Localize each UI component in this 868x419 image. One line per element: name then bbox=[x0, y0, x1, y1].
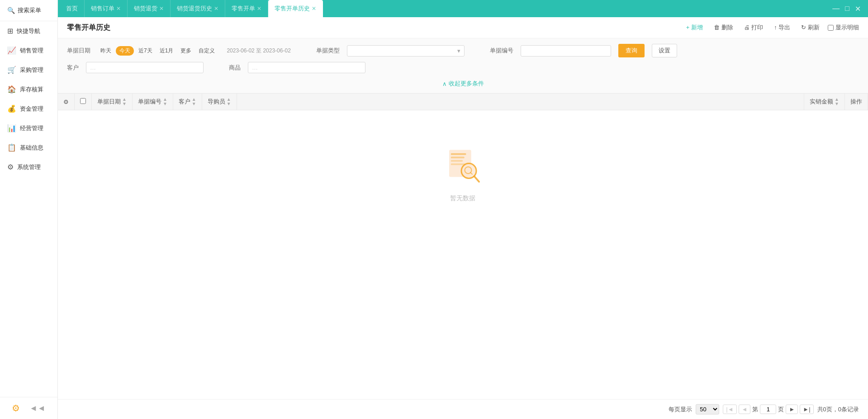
sidebar-item-quick-nav[interactable]: ⊞ 快捷导航 bbox=[0, 21, 57, 41]
page-unit: 页 bbox=[778, 405, 784, 414]
collapse-bar[interactable]: ∧ 收起更多条件 bbox=[67, 78, 859, 91]
window-close-button[interactable]: ✕ bbox=[855, 5, 861, 13]
tab-sales-return-history[interactable]: 销货退货历史 ✕ bbox=[171, 0, 225, 17]
page-size-select[interactable]: 10 20 50 100 bbox=[696, 404, 719, 414]
date-1month-btn[interactable]: 近1月 bbox=[157, 46, 176, 56]
goods-dots: … bbox=[252, 64, 258, 71]
finance-icon: 💰 bbox=[7, 104, 16, 113]
doc-number-label: 单据编号 bbox=[490, 47, 513, 55]
th-number-sort[interactable]: 单据编号 ▲▼ bbox=[138, 97, 167, 106]
sidebar-item-finance[interactable]: 💰 资金管理 bbox=[0, 99, 57, 118]
date-custom-btn[interactable]: 自定义 bbox=[196, 46, 218, 56]
doc-type-chevron-icon: ▾ bbox=[457, 47, 460, 54]
first-page-btn[interactable]: |◄ bbox=[723, 405, 736, 414]
empty-state: 暂无数据 bbox=[58, 110, 868, 239]
table-header-row: ⚙ 单据日期 ▲▼ 单据编号 bbox=[58, 94, 868, 110]
th-salesperson-sort[interactable]: 导购员 ▲▼ bbox=[208, 97, 231, 106]
tab-retail-open-history-close[interactable]: ✕ bbox=[312, 5, 316, 12]
svg-rect-1 bbox=[451, 153, 466, 155]
pagination: 每页显示 10 20 50 100 |◄ ◄ 第 页 ► ►| 共0页，0条记录 bbox=[58, 399, 868, 419]
th-settings[interactable]: ⚙ bbox=[58, 94, 75, 110]
settings-icon[interactable]: ⚙ bbox=[63, 99, 69, 105]
th-checkbox[interactable] bbox=[75, 94, 92, 110]
show-detail-checkbox[interactable] bbox=[828, 25, 834, 31]
tab-retail-open-history[interactable]: 零售开单历史 ✕ bbox=[268, 0, 323, 17]
date-7days-btn[interactable]: 近7天 bbox=[136, 46, 155, 56]
th-amount-sort[interactable]: 实销金额 ▲▼ bbox=[810, 97, 839, 106]
page-label: 第 bbox=[752, 405, 758, 414]
sidebar-item-purchase-mgmt[interactable]: 🛒 采购管理 bbox=[0, 60, 57, 80]
page-header: 零售开单历史 + 新增 🗑 删除 🖨 打印 ↑ 导出 ↻ 刷新 显示明细 bbox=[58, 17, 868, 38]
tab-bar-end: — □ ✕ bbox=[832, 5, 866, 13]
date-today-btn[interactable]: 今天 bbox=[116, 46, 134, 56]
refresh-button[interactable]: ↻ 刷新 bbox=[798, 22, 822, 33]
collapse-icon: ∧ bbox=[442, 80, 447, 87]
print-button[interactable]: 🖨 打印 bbox=[741, 22, 766, 33]
settings-gear-icon[interactable]: ⚙ bbox=[12, 403, 20, 414]
goods-label: 商品 bbox=[229, 64, 241, 72]
tab-sales-return-history-label: 销货退货历史 bbox=[177, 5, 212, 13]
quick-nav-icon: ⊞ bbox=[7, 27, 13, 35]
tab-sales-return-history-close[interactable]: ✕ bbox=[214, 5, 218, 12]
customer-select[interactable]: … bbox=[86, 62, 204, 73]
page-title: 零售开单历史 bbox=[67, 23, 110, 33]
add-button[interactable]: + 新增 bbox=[683, 22, 706, 33]
export-button[interactable]: ↑ 导出 bbox=[771, 22, 793, 33]
tab-sales-return-close[interactable]: ✕ bbox=[159, 5, 164, 12]
delete-button[interactable]: 🗑 删除 bbox=[711, 22, 736, 33]
sidebar-search[interactable]: 🔍 搜索采单 bbox=[0, 0, 57, 21]
date-filter-label: 单据日期 bbox=[67, 47, 90, 55]
sidebar-item-label: 经营管理 bbox=[20, 124, 43, 132]
show-detail-checkbox-label[interactable]: 显示明细 bbox=[828, 24, 859, 32]
doc-type-select[interactable]: ▾ bbox=[347, 45, 465, 56]
th-customer-label: 客户 bbox=[179, 98, 190, 106]
date-more-btn[interactable]: 更多 bbox=[178, 46, 194, 56]
settings-button[interactable]: 设置 bbox=[652, 44, 677, 57]
tab-retail-open-close[interactable]: ✕ bbox=[257, 5, 261, 12]
next-page-btn[interactable]: ► bbox=[786, 405, 798, 414]
date-sort-icon: ▲▼ bbox=[122, 97, 127, 106]
sidebar-item-operations[interactable]: 📊 经营管理 bbox=[0, 118, 57, 138]
tab-sales-order[interactable]: 销售订单 ✕ bbox=[85, 0, 128, 17]
table-body: 暂无数据 bbox=[58, 110, 868, 239]
sidebar-item-inventory[interactable]: 🏠 库存核算 bbox=[0, 80, 57, 99]
sidebar-item-sales-mgmt[interactable]: 📈 销售管理 bbox=[0, 41, 57, 60]
th-date-sort[interactable]: 单据日期 ▲▼ bbox=[97, 97, 127, 106]
window-maximize-button[interactable]: □ bbox=[845, 5, 849, 13]
date-buttons: 昨天 今天 近7天 近1月 更多 自定义 bbox=[98, 46, 218, 56]
tab-sales-order-close[interactable]: ✕ bbox=[116, 5, 121, 12]
goods-select[interactable]: … bbox=[248, 62, 365, 73]
th-salesperson-label: 导购员 bbox=[208, 98, 225, 106]
current-page-input[interactable] bbox=[760, 405, 776, 414]
date-yesterday-btn[interactable]: 昨天 bbox=[98, 46, 114, 56]
window-minimize-button[interactable]: — bbox=[832, 5, 840, 13]
date-range-display: 2023-06-02 至 2023-06-02 bbox=[227, 47, 290, 55]
collapse-label: 收起更多条件 bbox=[449, 80, 484, 88]
sidebar-item-sys-mgmt[interactable]: ⚙ 系统管理 bbox=[0, 157, 57, 177]
show-detail-label: 显示明细 bbox=[835, 24, 859, 32]
sidebar: 🔍 搜索采单 ⊞ 快捷导航 📈 销售管理 🛒 采购管理 🏠 库存核算 💰 资金管… bbox=[0, 0, 58, 419]
sidebar-item-label: 销售管理 bbox=[20, 47, 43, 55]
tab-retail-open[interactable]: 零售开单 ✕ bbox=[225, 0, 268, 17]
prev-page-btn[interactable]: ◄ bbox=[739, 405, 751, 414]
sidebar-item-label: 资金管理 bbox=[20, 105, 43, 113]
th-action: 操作 bbox=[845, 94, 868, 110]
filter-row-2: 客户 … 商品 … bbox=[67, 62, 859, 73]
main-area: 首页 销售订单 ✕ 销货退货 ✕ 销货退货历史 ✕ 零售开单 ✕ 零售开单历史 … bbox=[58, 0, 868, 419]
th-date-label: 单据日期 bbox=[97, 98, 121, 106]
sidebar-collapse-icon[interactable]: ◄◄ bbox=[29, 404, 46, 413]
last-page-btn[interactable]: ►| bbox=[800, 405, 813, 414]
filter-area: 单据日期 昨天 今天 近7天 近1月 更多 自定义 2023-06-02 至 2… bbox=[58, 38, 868, 94]
tab-sales-return[interactable]: 销货退货 ✕ bbox=[128, 0, 171, 17]
svg-line-6 bbox=[474, 176, 479, 182]
th-customer-sort[interactable]: 客户 ▲▼ bbox=[179, 97, 196, 106]
sidebar-item-basic-info[interactable]: 📋 基础信息 bbox=[0, 138, 57, 157]
doc-number-input[interactable] bbox=[521, 45, 611, 56]
select-all-checkbox[interactable] bbox=[80, 98, 86, 104]
tab-home[interactable]: 首页 bbox=[60, 0, 85, 17]
query-button[interactable]: 查询 bbox=[618, 44, 645, 57]
toolbar: + 新增 🗑 删除 🖨 打印 ↑ 导出 ↻ 刷新 显示明细 bbox=[683, 22, 859, 33]
customer-sort-icon: ▲▼ bbox=[192, 97, 196, 106]
number-sort-icon: ▲▼ bbox=[163, 97, 167, 106]
th-customer: 客户 ▲▼ bbox=[173, 94, 202, 110]
